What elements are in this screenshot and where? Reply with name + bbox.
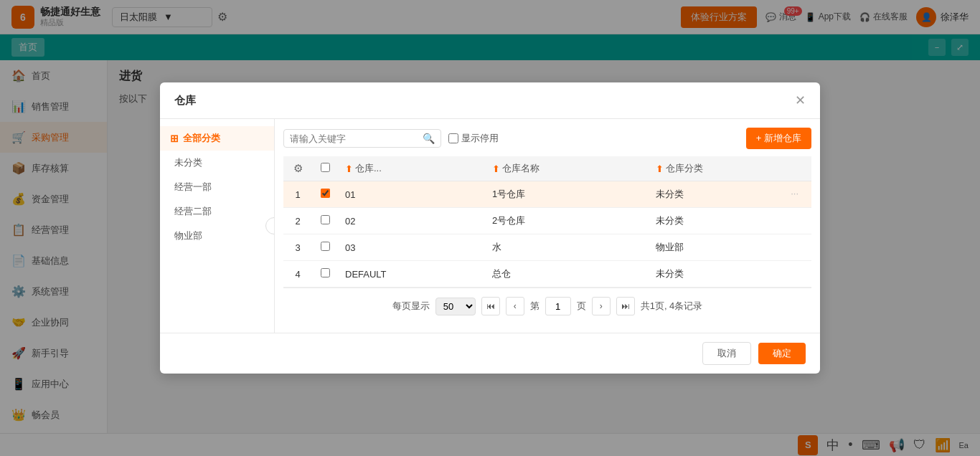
table-row[interactable]: 4 DEFAULT 总仓 未分类 — [283, 261, 811, 288]
dialog-header: 仓库 ✕ — [160, 82, 820, 119]
th-settings[interactable]: ⚙ — [283, 156, 312, 181]
sort-icon3: ⬆ — [656, 163, 664, 174]
category-ops1[interactable]: 经营一部 — [160, 175, 274, 199]
dialog-title: 仓库 — [174, 94, 196, 108]
page-word: 第 — [530, 300, 540, 313]
pagination: 每页显示 50 10 20 100 ⏮ ‹ 第 页 › ⏭ 共1页, 4条记录 — [283, 288, 811, 324]
search-input[interactable] — [290, 133, 423, 144]
add-warehouse-button[interactable]: + 新增仓库 — [746, 128, 811, 149]
page-size-select[interactable]: 50 10 20 100 — [435, 298, 476, 315]
prev-page-button[interactable]: ‹ — [506, 297, 524, 315]
table-row[interactable]: 3 03 水 物业部 — [283, 234, 811, 261]
row-num: 4 — [283, 261, 312, 288]
show-disabled-label[interactable]: 显示停用 — [448, 132, 499, 145]
modal-overlay: 仓库 ✕ ⊞ 全部分类 未分类 经营一部 经营二部 — [0, 0, 980, 456]
column-settings-icon[interactable]: ⚙ — [293, 162, 303, 174]
row-num: 2 — [283, 208, 312, 234]
row-num: 3 — [283, 234, 312, 261]
cancel-button[interactable]: 取消 — [702, 342, 751, 365]
category-property[interactable]: 物业部 — [160, 224, 274, 248]
row-code: 02 — [338, 208, 485, 234]
row-category: 未分类 — [649, 208, 811, 234]
show-disabled-checkbox[interactable] — [448, 133, 458, 143]
grid-icon: ⊞ — [170, 133, 179, 144]
th-category: ⬆ 仓库分类 — [649, 156, 811, 181]
row-checkbox[interactable] — [321, 268, 330, 277]
first-page-button[interactable]: ⏮ — [481, 297, 500, 315]
sort-icon2: ⬆ — [492, 163, 500, 174]
row-name: 1号仓库 — [485, 181, 648, 208]
page-word2: 页 — [577, 300, 586, 313]
row-category: 未分类 — [649, 261, 811, 288]
row-checkbox[interactable] — [321, 242, 330, 251]
search-icon: 🔍 — [423, 133, 435, 144]
table-container: ⚙ ⬆ 仓库... — [283, 156, 811, 288]
all-categories[interactable]: ⊞ 全部分类 — [160, 126, 274, 151]
page-number-input[interactable] — [545, 297, 571, 315]
row-code: 03 — [338, 234, 485, 261]
row-num: 1 — [283, 181, 312, 208]
table-header-row: ⚙ ⬆ 仓库... — [283, 156, 811, 181]
row-checkbox-cell — [312, 261, 338, 288]
th-name: ⬆ 仓库名称 — [485, 156, 648, 181]
table-body: 1 01 1号仓库 未分类··· 2 02 2号仓库 未分类 3 03 水 物业… — [283, 181, 811, 288]
row-checkbox-cell — [312, 234, 338, 261]
row-checkbox-cell — [312, 208, 338, 234]
row-more-button[interactable]: ··· — [791, 188, 798, 199]
table-area: 🔍 显示停用 + 新增仓库 ⚙ — [275, 119, 820, 333]
row-checkbox-cell — [312, 181, 338, 208]
confirm-button[interactable]: 确定 — [758, 343, 806, 364]
row-checkbox[interactable] — [321, 189, 330, 198]
row-name: 水 — [485, 234, 648, 261]
dialog-body: ⊞ 全部分类 未分类 经营一部 经营二部 物业部 《 — [160, 119, 820, 333]
last-page-button[interactable]: ⏭ — [616, 297, 635, 315]
category-ops2[interactable]: 经营二部 — [160, 199, 274, 224]
warehouse-table: ⚙ ⬆ 仓库... — [283, 156, 811, 288]
row-category: 未分类··· — [649, 181, 811, 208]
dialog-footer: 取消 确定 — [160, 333, 820, 374]
row-name: 2号仓库 — [485, 208, 648, 234]
category-unclassified[interactable]: 未分类 — [160, 151, 274, 175]
th-checkbox — [312, 156, 338, 181]
table-toolbar: 🔍 显示停用 + 新增仓库 — [283, 128, 811, 149]
row-code: 01 — [338, 181, 485, 208]
row-name: 总仓 — [485, 261, 648, 288]
total-info: 共1页, 4条记录 — [641, 300, 703, 313]
sort-icon: ⬆ — [345, 163, 353, 174]
search-box: 🔍 — [283, 129, 441, 148]
th-code: ⬆ 仓库... — [338, 156, 485, 181]
warehouse-dialog: 仓库 ✕ ⊞ 全部分类 未分类 经营一部 经营二部 — [160, 82, 820, 374]
row-checkbox[interactable] — [321, 215, 330, 224]
table-header: ⚙ ⬆ 仓库... — [283, 156, 811, 181]
select-all-checkbox[interactable] — [321, 163, 330, 172]
table-row[interactable]: 2 02 2号仓库 未分类 — [283, 208, 811, 234]
category-sidebar: ⊞ 全部分类 未分类 经营一部 经营二部 物业部 《 — [160, 119, 275, 333]
table-row[interactable]: 1 01 1号仓库 未分类··· — [283, 181, 811, 208]
page-size-label: 每页显示 — [392, 300, 430, 313]
row-category: 物业部 — [649, 234, 811, 261]
row-code: DEFAULT — [338, 261, 485, 288]
close-icon[interactable]: ✕ — [795, 92, 806, 108]
next-page-button[interactable]: › — [592, 297, 611, 315]
